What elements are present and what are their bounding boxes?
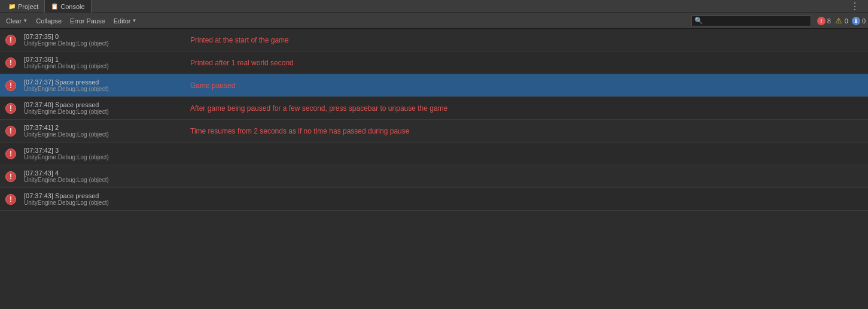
log-message: Printed at the start of the game xyxy=(185,30,866,50)
error-count: 8 xyxy=(827,17,831,25)
clear-label: Clear xyxy=(6,17,22,25)
log-message xyxy=(185,166,866,186)
log-row[interactable]: ! [07:37:43] Space pressed UnityEngine.D… xyxy=(0,188,868,211)
tab-project[interactable]: 📁 Project xyxy=(2,0,45,13)
log-source: UnityEngine.Debug:Log (object) xyxy=(24,40,185,47)
log-left: [07:37:41] 2 UnityEngine.Debug:Log (obje… xyxy=(24,121,185,141)
log-left: [07:37:35] 0 UnityEngine.Debug:Log (obje… xyxy=(24,30,185,50)
log-timestamp: [07:37:41] 2 xyxy=(24,124,185,131)
tab-bar-right: ⋮ xyxy=(848,1,866,12)
log-source: UnityEngine.Debug:Log (object) xyxy=(24,177,185,183)
log-error-icon: ! xyxy=(5,80,16,91)
log-content: [07:37:40] Space pressed UnityEngine.Deb… xyxy=(22,97,868,119)
console-area[interactable]: ! [07:37:35] 0 UnityEngine.Debug:Log (ob… xyxy=(0,29,868,309)
log-icon-cell: ! xyxy=(0,74,22,96)
info-count: 0 xyxy=(862,17,866,25)
console-icon: 📋 xyxy=(51,3,58,10)
tab-console[interactable]: 📋 Console xyxy=(45,0,91,13)
log-timestamp: [07:37:43] Space pressed xyxy=(24,192,185,199)
clear-dropdown-arrow: ▼ xyxy=(23,18,28,23)
log-icon-cell: ! xyxy=(0,120,22,142)
log-message xyxy=(185,144,866,163)
counter-group: ! 8 ⚠ 0 ℹ 0 xyxy=(817,17,866,25)
log-message: Printed after 1 real world second xyxy=(185,53,866,72)
log-content: [07:37:35] 0 UnityEngine.Debug:Log (obje… xyxy=(22,29,868,51)
log-icon-cell: ! xyxy=(0,97,22,119)
log-error-icon: ! xyxy=(5,171,16,182)
editor-button[interactable]: Editor ▼ xyxy=(110,15,141,27)
editor-label: Editor xyxy=(114,17,131,25)
editor-dropdown-arrow: ▼ xyxy=(132,18,136,23)
log-row[interactable]: ! [07:37:37] Space pressed UnityEngine.D… xyxy=(0,74,868,97)
log-icon-cell: ! xyxy=(0,29,22,51)
log-source: UnityEngine.Debug:Log (object) xyxy=(24,154,185,160)
log-content: [07:37:36] 1 UnityEngine.Debug:Log (obje… xyxy=(22,51,868,74)
log-message: Game paused xyxy=(185,75,866,95)
log-row[interactable]: ! [07:37:42] 3 UnityEngine.Debug:Log (ob… xyxy=(0,143,868,165)
log-message xyxy=(185,189,866,209)
log-error-icon: ! xyxy=(5,194,16,205)
log-left: [07:37:36] 1 UnityEngine.Debug:Log (obje… xyxy=(24,53,185,72)
collapse-button[interactable]: Collapse xyxy=(32,15,65,27)
tab-bar: 📁 Project 📋 Console ⋮ xyxy=(0,0,868,13)
error-pause-button[interactable]: Error Pause xyxy=(66,15,109,27)
log-error-icon: ! xyxy=(5,149,16,159)
log-timestamp: [07:37:40] Space pressed xyxy=(24,101,185,108)
log-source: UnityEngine.Debug:Log (object) xyxy=(24,131,185,138)
log-error-icon: ! xyxy=(5,126,16,137)
log-content: [07:37:43] 4 UnityEngine.Debug:Log (obje… xyxy=(22,165,868,187)
log-error-icon: ! xyxy=(5,103,16,114)
log-message: After game being paused for a few second… xyxy=(185,98,866,118)
log-left: [07:37:43] Space pressed UnityEngine.Deb… xyxy=(24,189,185,209)
info-counter[interactable]: ℹ 0 xyxy=(852,17,866,25)
log-error-icon: ! xyxy=(5,35,16,46)
log-error-icon: ! xyxy=(5,57,16,68)
search-box[interactable]: 🔍 xyxy=(692,16,811,26)
log-message: Time resumes from 2 seconds as if no tim… xyxy=(185,121,866,141)
log-content: [07:37:43] Space pressed UnityEngine.Deb… xyxy=(22,188,868,210)
log-timestamp: [07:37:43] 4 xyxy=(24,169,185,177)
log-icon-cell: ! xyxy=(0,165,22,187)
search-input[interactable] xyxy=(705,17,808,25)
warning-icon: ⚠ xyxy=(835,17,843,25)
log-content: [07:37:42] 3 UnityEngine.Debug:Log (obje… xyxy=(22,143,868,165)
error-counter[interactable]: ! 8 xyxy=(817,17,831,25)
clear-button[interactable]: Clear ▼ xyxy=(2,15,31,27)
project-icon: 📁 xyxy=(8,3,16,10)
log-icon-cell: ! xyxy=(0,188,22,210)
log-content: [07:37:41] 2 UnityEngine.Debug:Log (obje… xyxy=(22,120,868,142)
warning-counter[interactable]: ⚠ 0 xyxy=(835,17,848,25)
log-source: UnityEngine.Debug:Log (object) xyxy=(24,86,185,92)
kebab-menu-button[interactable]: ⋮ xyxy=(848,1,862,12)
log-icon-cell: ! xyxy=(0,143,22,165)
error-pause-label: Error Pause xyxy=(70,17,105,25)
log-source: UnityEngine.Debug:Log (object) xyxy=(24,199,185,206)
log-left: [07:37:40] Space pressed UnityEngine.Deb… xyxy=(24,98,185,118)
log-left: [07:37:37] Space pressed UnityEngine.Deb… xyxy=(24,75,185,95)
tab-console-label: Console xyxy=(60,3,84,10)
tab-project-label: Project xyxy=(18,3,38,10)
log-timestamp: [07:37:42] 3 xyxy=(24,147,185,154)
toolbar: Clear ▼ Collapse Error Pause Editor ▼ 🔍 … xyxy=(0,13,868,29)
log-timestamp: [07:37:36] 1 xyxy=(24,56,185,63)
error-icon: ! xyxy=(817,17,826,25)
collapse-label: Collapse xyxy=(36,17,62,25)
search-icon: 🔍 xyxy=(695,17,703,25)
log-source: UnityEngine.Debug:Log (object) xyxy=(24,63,185,69)
log-timestamp: [07:37:35] 0 xyxy=(24,33,185,40)
log-row[interactable]: ! [07:37:36] 1 UnityEngine.Debug:Log (ob… xyxy=(0,51,868,74)
log-row[interactable]: ! [07:37:35] 0 UnityEngine.Debug:Log (ob… xyxy=(0,29,868,51)
log-left: [07:37:43] 4 UnityEngine.Debug:Log (obje… xyxy=(24,166,185,186)
log-content: [07:37:37] Space pressed UnityEngine.Deb… xyxy=(22,74,868,96)
log-timestamp: [07:37:37] Space pressed xyxy=(24,78,185,86)
log-icon-cell: ! xyxy=(0,51,22,74)
log-row[interactable]: ! [07:37:43] 4 UnityEngine.Debug:Log (ob… xyxy=(0,165,868,188)
log-source: UnityEngine.Debug:Log (object) xyxy=(24,108,185,115)
log-row[interactable]: ! [07:37:41] 2 UnityEngine.Debug:Log (ob… xyxy=(0,120,868,143)
log-row[interactable]: ! [07:37:40] Space pressed UnityEngine.D… xyxy=(0,97,868,120)
warning-count: 0 xyxy=(845,17,848,25)
info-icon: ℹ xyxy=(852,17,860,25)
log-left: [07:37:42] 3 UnityEngine.Debug:Log (obje… xyxy=(24,144,185,163)
